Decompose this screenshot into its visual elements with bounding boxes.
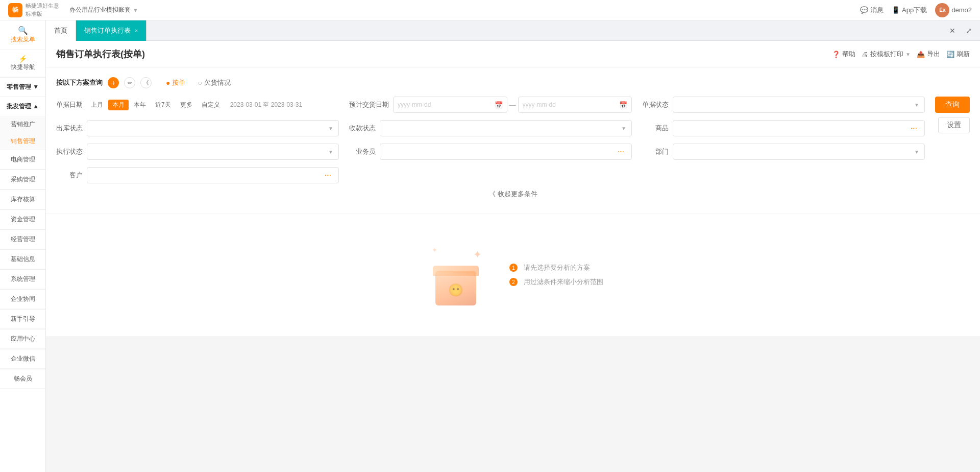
sidebar-item-search[interactable]: 🔍 搜索菜单: [0, 20, 45, 50]
expected-date-to[interactable]: yyyy-mm-dd 📅: [518, 97, 632, 113]
tab-close-btn[interactable]: ×: [135, 28, 138, 34]
sidebar-item-apps[interactable]: 应用中心: [0, 329, 45, 349]
date-btn-7days[interactable]: 近7天: [151, 100, 175, 110]
sidebar-item-basic[interactable]: 基础信息: [0, 249, 45, 269]
member-label: 畅会员: [2, 374, 43, 383]
print-btn[interactable]: 🖨 按模板打印 ▼: [862, 50, 911, 59]
dept-select[interactable]: ▼: [673, 144, 925, 160]
subnav-item-orders[interactable]: ● 按单: [161, 76, 190, 89]
inventory-label: 库存核算: [2, 195, 43, 204]
logo-text: 畅捷通好生意标准版: [26, 2, 59, 18]
payment-arrow: ▼: [621, 126, 626, 131]
sidebar-item-wholesale[interactable]: 批发管理 ▲: [0, 97, 45, 116]
settings-button[interactable]: 设置: [938, 117, 970, 133]
status-select[interactable]: ▼: [673, 97, 925, 113]
sidebar-item-inventory[interactable]: 库存核算: [0, 190, 45, 209]
sidebar-item-purchase[interactable]: 采购管理: [0, 170, 45, 190]
collapse-row: 《 收起更多条件: [56, 183, 970, 205]
subnav-item-shortage[interactable]: ○ 欠货情况: [192, 76, 235, 89]
newbie-label: 新手引导: [2, 315, 43, 323]
retail-label: 零售管理 ▼: [2, 83, 43, 91]
sidebar-item-retail[interactable]: 零售管理 ▼: [0, 77, 45, 97]
date-btn-this-year[interactable]: 本年: [130, 100, 150, 110]
date-range-display: 2023-03-01 至 2023-03-31: [230, 101, 302, 109]
filter-panel: 按以下方案查询 + ✏ 《 ● 按单 ○ 欠货情况: [46, 68, 980, 213]
star-icon: ✦: [473, 248, 482, 261]
sidebar-item-finance[interactable]: 资金管理: [0, 209, 45, 229]
sidebar-item-member[interactable]: 畅会员: [0, 369, 45, 389]
hint2-num: 2: [509, 278, 518, 286]
app-download-label: App下载: [902, 6, 927, 15]
sidebar-item-newbie[interactable]: 新手引导: [0, 309, 45, 329]
date-btn-more[interactable]: 更多: [176, 100, 197, 110]
sales-label: 销售管理: [4, 137, 41, 146]
sidebar-item-ops[interactable]: 经营管理: [0, 229, 45, 249]
export-icon: 📤: [917, 51, 925, 58]
export-btn[interactable]: 📤 导出: [917, 50, 940, 59]
collapse-btn[interactable]: 《 收起更多条件: [483, 187, 544, 201]
breadcrumb[interactable]: 办公用品行业模拟账套 ▼: [69, 6, 138, 14]
sidebar-item-system[interactable]: 系统管理: [0, 269, 45, 289]
page-title: 销售订单执行表(按单): [56, 48, 145, 67]
filter-action-col: 查询 设置: [925, 97, 970, 133]
help-btn[interactable]: ❓ 帮助: [832, 50, 855, 59]
app-download-btn[interactable]: 📱 App下载: [892, 6, 927, 15]
delivery-select[interactable]: ▼: [87, 120, 339, 136]
print-label: 按模板打印: [870, 50, 903, 59]
filter-collapse-btn[interactable]: 《: [140, 77, 152, 88]
date-btn-last-month[interactable]: 上月: [87, 100, 107, 110]
tab-home[interactable]: 首页: [46, 20, 76, 41]
filter-edit-btn[interactable]: ✏: [124, 77, 135, 88]
filter-add-btn[interactable]: +: [108, 77, 119, 88]
calendar-icon-from: 📅: [495, 101, 503, 109]
sidebar-search-label: 搜索菜单: [2, 35, 43, 44]
salesperson-dots[interactable]: ···: [616, 147, 626, 156]
sidebar-item-enterprise[interactable]: 企业协同: [0, 289, 45, 309]
download-icon: 📱: [892, 6, 900, 14]
goods-label: 商品: [642, 124, 669, 133]
refresh-label: 刷新: [957, 50, 970, 59]
shortage-label: 欠货情况: [204, 78, 231, 87]
sidebar-item-sales[interactable]: 销售管理: [0, 133, 45, 150]
expected-date-from[interactable]: yyyy-mm-dd 📅: [393, 97, 507, 113]
empty-hints: 1 请先选择要分析的方案 2 用过滤条件来缩小分析范围: [509, 263, 603, 287]
goods-dots[interactable]: ···: [909, 124, 919, 133]
print-icon: 🖨: [862, 51, 868, 58]
logo-icon: 畅: [8, 3, 22, 17]
salesperson-input[interactable]: ···: [380, 144, 632, 160]
window-expand-btn[interactable]: ⤢: [962, 23, 976, 38]
delivery-label: 出库状态: [56, 124, 83, 133]
top-bar: 畅 畅捷通好生意标准版 办公用品行业模拟账套 ▼ 💬 消息 📱 App下载 Ea…: [0, 0, 980, 20]
finance-label: 资金管理: [2, 215, 43, 224]
status-arrow: ▼: [914, 102, 919, 108]
empty-illustration: ✦ ✦ 😶: [423, 244, 489, 305]
user-area[interactable]: Ea demo2: [935, 3, 972, 17]
sidebar-item-ecommerce[interactable]: 电商管理: [0, 150, 45, 170]
message-btn[interactable]: 💬 消息: [860, 6, 884, 15]
quicknav-label: 快捷导航: [2, 63, 43, 72]
date-btn-this-month[interactable]: 本月: [108, 100, 129, 110]
search-button[interactable]: 查询: [935, 97, 970, 113]
payment-select[interactable]: ▼: [380, 120, 632, 136]
goods-input[interactable]: ···: [673, 120, 925, 136]
customer-dots[interactable]: ···: [323, 171, 333, 180]
window-close-btn[interactable]: ✕: [945, 23, 960, 38]
sidebar-item-wechat[interactable]: 企业微信: [0, 349, 45, 369]
goods-field: 商品 ···: [642, 120, 925, 136]
exec-select[interactable]: ▼: [87, 144, 339, 160]
ops-label: 经营管理: [2, 235, 43, 244]
sidebar-item-marketing[interactable]: 营销推广: [0, 116, 45, 133]
ecommerce-label: 电商管理: [2, 155, 43, 164]
hint1-text: 请先选择要分析的方案: [524, 263, 590, 272]
customer-label: 客户: [56, 171, 83, 180]
date-btn-custom[interactable]: 自定义: [198, 100, 224, 110]
customer-input[interactable]: ···: [87, 167, 339, 183]
marketing-label: 营销推广: [4, 120, 41, 129]
refresh-btn[interactable]: 🔄 刷新: [946, 50, 970, 59]
sidebar-item-quicknav[interactable]: ⚡ 快捷导航: [0, 50, 45, 77]
delivery-field: 出库状态 ▼: [56, 120, 339, 136]
tab-active[interactable]: 销售订单执行表 ×: [76, 20, 146, 41]
purchase-label: 采购管理: [2, 175, 43, 184]
quicknav-icon: ⚡: [2, 55, 43, 63]
export-label: 导出: [927, 50, 940, 59]
